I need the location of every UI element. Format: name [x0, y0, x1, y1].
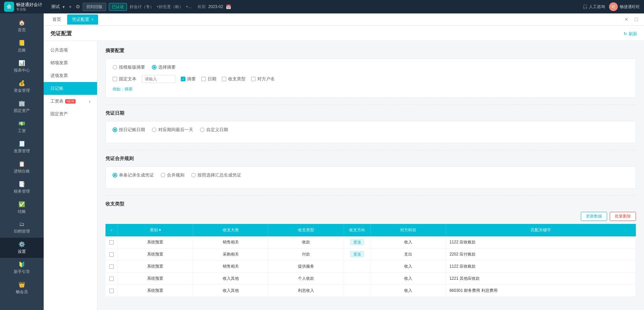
select-all-checkbox-2[interactable]: ✓ — [109, 228, 114, 233]
sidebar-item-label: 结账 — [18, 209, 26, 215]
summary-section-title: 摘要配置 — [105, 48, 636, 54]
radio-by-journal-date[interactable]: 按日记账日期 — [113, 127, 145, 133]
tab-maximize-button[interactable]: □ — [633, 16, 640, 23]
checkbox-fixed-text-box — [113, 77, 117, 81]
help-button[interactable]: 🎧 人工咨询 — [583, 4, 605, 10]
guide-icon: 🔰 — [18, 261, 25, 268]
row4-checkbox[interactable] — [109, 276, 114, 281]
tab-actions: × □ — [623, 16, 640, 23]
left-menu-item-purchase-invoice[interactable]: 进项发票 — [44, 69, 97, 82]
user-info: 旺 畅捷通旺旺 — [609, 2, 640, 11]
add-icon[interactable]: ＋ — [68, 3, 73, 10]
tab-close-button[interactable]: × — [91, 17, 93, 22]
radio-custom-circle — [200, 127, 205, 132]
checkbox-counterparty[interactable]: 对方户名 — [251, 76, 275, 82]
radio-select-summary[interactable]: 选择摘要 — [152, 64, 176, 70]
voucher-date-radio-group: 按日记账日期 对应期间最后一天 自定义日期 — [113, 127, 629, 133]
sidebar-item-label: 发票管理 — [14, 148, 30, 154]
sidebar-item-funds[interactable]: 💰 资金管理 — [0, 77, 44, 97]
sidebar-item-invoice[interactable]: 🧾 发票管理 — [0, 137, 44, 157]
left-menu-item-public[interactable]: 公共选项 — [44, 44, 97, 56]
th-direction: 收支方向 — [344, 224, 371, 236]
tab-minimize-button[interactable]: × — [623, 16, 630, 23]
payment-types-title: 收支类型 — [105, 201, 636, 207]
radio-by-template[interactable]: 按模板版摘要 — [113, 64, 145, 70]
calendar-icon[interactable]: 📅 — [226, 4, 231, 9]
checkbox-date-box — [201, 77, 206, 81]
sidebar-item-home[interactable]: 🏠 首页 — [0, 16, 44, 36]
row1-checkbox[interactable] — [109, 240, 114, 245]
radio-select-circle — [152, 65, 157, 70]
table-actions: 更新数据 批量删除 — [105, 212, 636, 221]
th-subject: 对方科目 — [371, 224, 446, 236]
merge-rules-title: 凭证合并规则 — [105, 156, 636, 162]
reports-icon: 📊 — [18, 60, 25, 66]
example-text: 例如：摘要 — [113, 86, 629, 92]
assets-icon: 🏢 — [18, 100, 25, 107]
sidebar-item-tax[interactable]: 📑 税务管理 — [0, 178, 44, 198]
page-header: 凭证配置 ↻ 刷新 — [44, 26, 644, 41]
page-title: 凭证配置 — [50, 30, 72, 37]
sidebar-item-closing[interactable]: ✅ 结账 — [0, 198, 44, 218]
row3-checkbox[interactable] — [109, 264, 114, 269]
radio-merge-circle — [161, 173, 165, 178]
checkbox-fixed-text[interactable]: 固定文本 — [113, 76, 136, 82]
tab-voucher-config[interactable]: 凭证配置 × — [67, 14, 98, 25]
reset-tag-2[interactable]: 置顶 — [350, 251, 364, 257]
sidebar-item-salary[interactable]: 💵 工资 — [0, 117, 44, 137]
sidebar-item-ledger[interactable]: 📒 总账 — [0, 36, 44, 56]
row2-checkbox[interactable] — [109, 252, 114, 257]
radio-template-circle — [113, 65, 117, 70]
checkbox-summary[interactable]: ✓ 摘要 — [181, 76, 196, 82]
gear-icon[interactable]: ⚙ — [76, 4, 80, 10]
radio-merge-rule[interactable]: 合并规则 — [161, 172, 184, 178]
topbar-right: 🎧 人工咨询 旺 畅捷通旺旺 — [583, 2, 640, 11]
checkbox-payment-type[interactable]: 收支类型 — [222, 76, 246, 82]
payment-types-section: 收支类型 更新数据 批量删除 ✓ 类别 ▾ 收支大类 — [105, 201, 636, 297]
radio-period-last-day[interactable]: 对应期间最后一天 — [152, 127, 193, 133]
tab-home[interactable]: 首页 — [48, 14, 66, 25]
sidebar-item-label: 畅会员 — [16, 289, 28, 295]
left-menu-item-fixed-assets[interactable]: 固定资产 — [44, 108, 97, 120]
logo-text: 畅捷通好会计 专业版 — [16, 2, 42, 11]
content-body: 公共选项 销项发票 进项发票 日记账 工资表 NEW › 固定资产 — [44, 41, 644, 310]
dropdown-icon[interactable]: ▾ — [62, 4, 65, 9]
refresh-button[interactable]: ↻ 刷新 — [624, 31, 637, 37]
archive-icon: 🗂 — [19, 221, 25, 227]
topbar-center: 测试 ▾ ＋ ⚙ 切到旧版 已认证 好会计（专） +好生意（标） +... 账期… — [51, 3, 579, 11]
radio-single-record[interactable]: 单条记录生成凭证 — [113, 172, 154, 178]
switch-old-version-button[interactable]: 切到旧版 — [83, 3, 106, 11]
reset-tag-1[interactable]: 置顶 — [350, 239, 364, 245]
left-menu-item-journal[interactable]: 日记账 — [44, 82, 97, 95]
summary-config-section: 摘要配置 按模板版摘要 选择摘要 — [105, 48, 636, 98]
left-menu-item-payroll[interactable]: 工资表 NEW › — [44, 95, 97, 108]
business-tag: +好生意（标） — [157, 4, 183, 10]
sidebar-item-member[interactable]: 👑 畅会员 — [0, 278, 44, 298]
radio-custom-date[interactable]: 自定义日期 — [200, 127, 228, 133]
th-main-type: 收支大类 — [193, 224, 268, 236]
checkbox-payment-type-box — [222, 77, 226, 81]
company-name: 测试 — [51, 4, 60, 10]
sidebar-item-label: 报表中心 — [14, 68, 30, 73]
home-icon: 🏠 — [18, 20, 25, 26]
certified-tag: 已认证 — [109, 3, 127, 11]
radio-by-selection[interactable]: 按照选择汇总生成凭证 — [191, 172, 241, 178]
fixed-text-input[interactable] — [142, 75, 175, 83]
sidebar-item-label: 首页 — [18, 27, 26, 33]
row5-checkbox[interactable] — [109, 288, 114, 293]
th-checkbox: ✓ — [105, 224, 118, 236]
sidebar-item-archive[interactable]: 🗂 归档管理 — [0, 218, 44, 238]
sidebar-item-purchase-sale[interactable]: 📋 进销台账 — [0, 157, 44, 178]
sidebar-item-reports[interactable]: 📊 报表中心 — [0, 56, 44, 77]
sidebar-item-guide[interactable]: 🔰 新手引导 — [0, 258, 44, 278]
batch-delete-button[interactable]: 批量删除 — [610, 212, 636, 221]
sidebar-item-assets[interactable]: 🏢 固定资产 — [0, 97, 44, 117]
left-menu-item-sales-invoice[interactable]: 销项发票 — [44, 56, 97, 69]
update-data-button[interactable]: 更新数据 — [581, 212, 607, 221]
member-icon: 👑 — [18, 281, 25, 288]
summary-checkbox-row: 固定文本 ✓ 摘要 日期 — [113, 75, 629, 83]
radio-journal-date-circle — [113, 127, 117, 132]
sidebar-item-settings[interactable]: ⚙️ 设置 — [0, 238, 44, 258]
checkbox-date[interactable]: 日期 — [201, 76, 216, 82]
refresh-icon: ↻ — [624, 31, 627, 36]
